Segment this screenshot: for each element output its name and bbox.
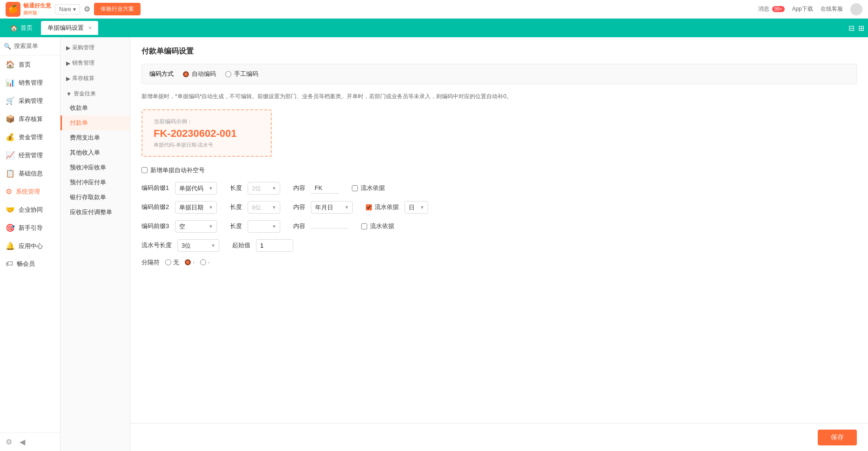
tab-close-icon[interactable]: ×	[88, 25, 92, 31]
nav-tabs: 🏠 首页 单据编码设置 × ⊟ ⊞	[0, 19, 868, 37]
separator-none-radio[interactable]	[165, 259, 171, 265]
group-sales-header[interactable]: ▶ 销售管理	[61, 56, 130, 70]
prefix1-serial-label: 流水依据	[352, 184, 385, 192]
separator-dash-label: ·	[208, 259, 210, 266]
sub-item-payment[interactable]: 付款单	[61, 115, 130, 130]
inventory-icon: 📦	[6, 114, 15, 123]
separator-none-label: 无	[173, 258, 179, 267]
prefix2-content-wrapper: 年月日 年月 年	[311, 201, 353, 214]
sidebar-search[interactable]: 🔍 搜索菜单	[0, 37, 60, 55]
manual-encode-label: 手工编码	[234, 70, 258, 78]
sub-item-advance-receipt[interactable]: 预收冲应收单	[61, 160, 130, 175]
message-link[interactable]: 消息 99+	[758, 5, 784, 13]
auto-fill-checkbox[interactable]	[141, 167, 148, 173]
sidebar-item-apps[interactable]: 🔔 应用中心	[0, 237, 60, 255]
sidebar-purchase-label: 采购管理	[19, 97, 43, 105]
serial-length-label: 流水号长度	[141, 241, 172, 249]
sales-icon: 📊	[6, 78, 15, 87]
group-purchase: ▶ 采购管理	[61, 41, 130, 54]
prefix2-content-select[interactable]: 年月日 年月 年	[311, 201, 353, 214]
search-icon: 🔍	[4, 43, 11, 50]
tab-current-label: 单据编码设置	[47, 24, 84, 32]
prefix3-serial-checkbox[interactable]	[361, 223, 367, 229]
avatar[interactable]	[850, 3, 862, 15]
prefix2-length-wrapper: 8位	[248, 201, 280, 214]
group-sales: ▶ 销售管理	[61, 56, 130, 70]
sidebar-item-inventory[interactable]: 📦 库存核算	[0, 110, 60, 128]
sidebar-item-guide[interactable]: 🎯 新手引导	[0, 219, 60, 237]
sidebar-item-system[interactable]: ⚙ 系统管理	[0, 182, 60, 201]
app-name: 畅通好生意	[23, 2, 51, 10]
sidebar-collapse-icon[interactable]: ◀	[20, 438, 25, 446]
group-purchase-header[interactable]: ▶ 采购管理	[61, 41, 130, 54]
group-inventory-header[interactable]: ▶ 库存核算	[61, 72, 130, 85]
operations-icon: 📈	[6, 151, 15, 160]
sidebar-item-collab[interactable]: 🤝 企业协同	[0, 201, 60, 219]
sidebar-settings-icon[interactable]: ⚙	[6, 438, 12, 446]
maximize-icon[interactable]: ⊞	[858, 24, 864, 33]
minimize-icon[interactable]: ⊟	[848, 24, 855, 33]
prefix3-select-wrapper: 空 单据代码 单据日期	[175, 220, 217, 233]
auto-encode-option[interactable]: 自动编码	[183, 70, 216, 78]
serial-length-select[interactable]: 3位 4位 5位	[177, 239, 219, 252]
start-value-input[interactable]	[256, 239, 293, 252]
separator-dash-radio[interactable]	[200, 259, 206, 265]
home-icon: 🏠	[10, 25, 18, 32]
prefix3-length-wrapper	[248, 220, 280, 233]
auto-encode-radio[interactable]	[183, 71, 189, 77]
sidebar-basic-label: 基础信息	[19, 169, 43, 178]
separator-dash-option[interactable]: ·	[200, 259, 210, 266]
prefix1-serial-checkbox[interactable]	[352, 185, 358, 191]
sub-item-ar-adjust[interactable]: 应收应付调整单	[61, 205, 130, 220]
experience-btn[interactable]: 体验行业方案	[94, 3, 141, 15]
system-icon: ⚙	[6, 187, 12, 196]
auto-fill-row: 新增单据自动补空号	[141, 166, 857, 175]
prefix3-select[interactable]: 空 单据代码 单据日期	[175, 220, 217, 233]
prefix2-extra-select[interactable]: 日 月 年	[404, 201, 428, 214]
sidebar-item-home[interactable]: 🏠 首页	[0, 55, 60, 74]
prefix1-length-select[interactable]: 2位	[248, 182, 280, 195]
separator-dot-radio[interactable]	[185, 259, 191, 265]
sidebar-item-sales[interactable]: 📊 销售管理	[0, 74, 60, 92]
separator-row: 分隔符 无 · ·	[141, 258, 857, 267]
separator-dot-option[interactable]: ·	[185, 259, 195, 266]
online-service-link[interactable]: 在线客服	[821, 5, 843, 13]
tab-current[interactable]: 单据编码设置 ×	[41, 21, 98, 35]
sub-item-advance-payment[interactable]: 预付冲应付单	[61, 175, 130, 190]
tab-home-label: 首页	[20, 24, 33, 32]
sub-item-receipt[interactable]: 收款单	[61, 101, 130, 115]
sidebar-system-label: 系统管理	[16, 188, 40, 196]
sub-item-other-income[interactable]: 其他收入单	[61, 145, 130, 160]
separator-dot-label: ·	[193, 259, 195, 266]
sub-item-bank[interactable]: 银行存取款单	[61, 190, 130, 205]
sidebar-item-member[interactable]: 🏷 畅会员	[0, 255, 60, 273]
encoding-method-section: 编码方式 自动编码 手工编码	[141, 64, 857, 84]
sidebar-item-finance[interactable]: 💰 资金管理	[0, 128, 60, 146]
group-funds: ▼ 资金往来 收款单 付款单 费用支出单 其他收入单 预收冲应收单 预付冲应付单…	[61, 87, 130, 220]
encoding-radio-group: 编码方式 自动编码 手工编码	[149, 70, 849, 78]
group-funds-header[interactable]: ▼ 资金往来	[61, 87, 130, 101]
prefix2-length-select[interactable]: 8位	[248, 201, 280, 214]
prefix2-serial-checkbox[interactable]	[366, 204, 372, 210]
company-dropdown[interactable]: Nare ▾	[55, 4, 80, 14]
manual-encode-option[interactable]: 手工编码	[225, 70, 258, 78]
sub-item-expense[interactable]: 费用支出单	[61, 130, 130, 145]
separator-none-option[interactable]: 无	[165, 258, 179, 267]
sidebar-operations-label: 经营管理	[19, 151, 43, 160]
settings-icon[interactable]: ⚙	[84, 5, 90, 13]
tab-home[interactable]: 🏠 首页	[4, 21, 39, 35]
prefix1-length-wrapper: 2位	[248, 182, 280, 195]
prefix1-select-wrapper: 单据代码 单据日期 空	[175, 182, 217, 195]
prefix2-select[interactable]: 单据日期 单据代码 空	[175, 201, 217, 214]
sidebar-item-operations[interactable]: 📈 经营管理	[0, 146, 60, 164]
topbar: 🍊 畅通好生意 插件版 Nare ▾ ⚙ 体验行业方案 消息 99+ App下载…	[0, 0, 868, 19]
prefix3-length-select[interactable]	[248, 220, 280, 233]
prefix1-length-label: 长度	[230, 184, 242, 192]
prefix1-select[interactable]: 单据代码 单据日期 空	[175, 182, 217, 195]
message-badge: 99+	[772, 6, 785, 12]
manual-encode-radio[interactable]	[225, 71, 231, 77]
sidebar-item-basic[interactable]: 📋 基础信息	[0, 164, 60, 182]
sidebar-item-purchase[interactable]: 🛒 采购管理	[0, 92, 60, 110]
save-button[interactable]: 保存	[818, 430, 857, 445]
app-download-link[interactable]: App下载	[792, 5, 813, 13]
